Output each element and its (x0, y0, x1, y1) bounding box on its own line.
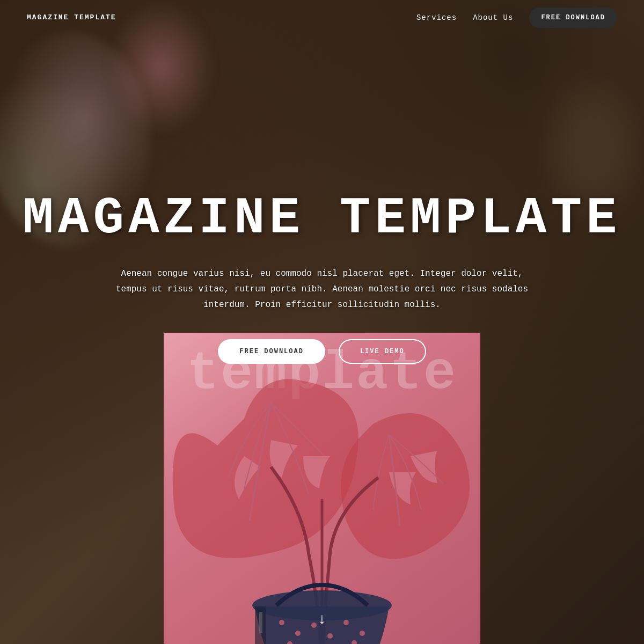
scroll-arrow[interactable]: ↓ (318, 611, 327, 628)
hero-buttons: FREE DOWNLOAD LIVE DEMO (218, 339, 426, 364)
hero-content: MAGAZINE TEMPLATE Aenean congue varius n… (0, 0, 644, 644)
hero-description: Aenean congue varius nisi, eu commodo ni… (113, 266, 531, 312)
hero-title: MAGAZINE TEMPLATE (23, 193, 621, 245)
download-button[interactable]: FREE DOWNLOAD (218, 339, 325, 364)
live-demo-button[interactable]: LIVE DEMO (339, 339, 426, 364)
